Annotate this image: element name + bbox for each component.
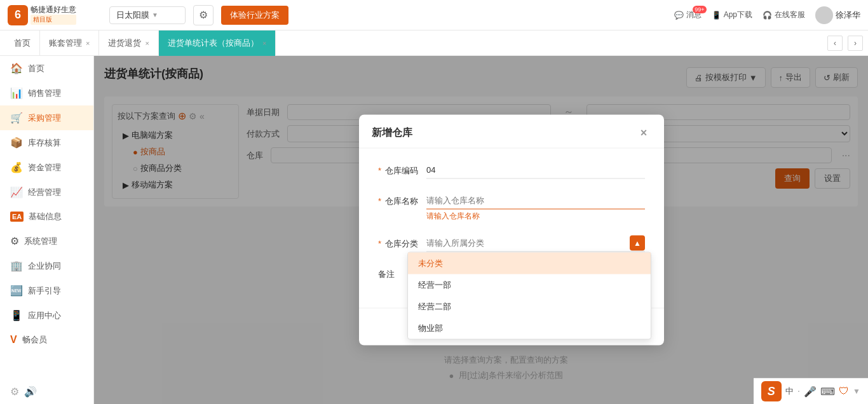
store-dropdown-arrow: ▼: [152, 11, 158, 18]
tab-home[interactable]: 首页: [5, 30, 40, 56]
sidebar-item-sales[interactable]: 📊 销售管理: [0, 81, 93, 105]
app-download-icon: 📱: [712, 11, 721, 20]
sidebar-item-inventory-label: 库存核算: [28, 137, 61, 149]
tab-bar-actions: ‹ ›: [827, 36, 863, 51]
finance-icon: 💰: [10, 161, 23, 173]
sidebar-item-purchase-label: 采购管理: [28, 112, 61, 124]
header-right: 💬 消息 99+ 📱 App下载 🎧 在线客服 徐泽华: [674, 6, 860, 24]
tab-purchase-return-close[interactable]: ×: [145, 39, 149, 47]
dropdown-arrow-icon[interactable]: ▼: [853, 387, 860, 396]
top-header: 6 畅捷通好生意 精目版 日太阳膜 ▼ ⚙ 体验行业方案 💬 消息 99+ 📱 …: [0, 0, 868, 30]
sidebar-bottom: ⚙ 🔊: [0, 379, 93, 404]
tab-next-btn[interactable]: ›: [848, 36, 863, 51]
online-service-item[interactable]: 🎧 在线客服: [763, 10, 805, 20]
sidebar-item-app-label: 应用中心: [28, 310, 61, 321]
tab-purchase-stats[interactable]: 进货单统计表（按商品） ×: [159, 30, 276, 56]
enterprise-icon: 🏢: [10, 260, 23, 272]
field-row-code: * 仓库编码: [378, 161, 645, 179]
online-service-label: 在线客服: [775, 10, 805, 20]
message-item[interactable]: 💬 消息 99+: [674, 10, 702, 20]
sidebar-item-purchase[interactable]: 🛒 采购管理: [0, 105, 93, 130]
member-icon: V: [10, 334, 17, 346]
sidebar: 🏠 首页 📊 销售管理 🛒 采购管理 📦 库存核算 💰 资金管理 📈 经营管理 …: [0, 56, 94, 404]
tab-accounts[interactable]: 账套管理 ×: [40, 30, 99, 56]
message-badge: 99+: [693, 6, 706, 13]
name-control: 请输入仓库名称: [426, 192, 645, 222]
operation-icon: 📈: [10, 186, 23, 198]
sidebar-item-member[interactable]: V 畅会员: [0, 328, 93, 352]
inventory-icon: 📦: [10, 137, 23, 149]
sidebar-item-guide[interactable]: 🆕 新手引导: [0, 278, 93, 303]
keyboard-icon[interactable]: ⌨: [820, 386, 835, 398]
category-input[interactable]: [426, 234, 645, 252]
sidebar-item-app[interactable]: 📱 应用中心: [0, 303, 93, 328]
app-icon: 📱: [10, 309, 23, 321]
tab-prev-btn[interactable]: ‹: [827, 36, 843, 51]
avatar: [815, 6, 833, 24]
message-icon: 💬: [674, 11, 684, 20]
basic-icon: EA: [10, 212, 24, 222]
store-name: 日太阳膜: [116, 10, 149, 21]
sidebar-item-operation-label: 经营管理: [28, 187, 61, 198]
modal-close-btn[interactable]: ×: [636, 125, 651, 140]
sidebar-item-enterprise[interactable]: 🏢 企业协同: [0, 253, 93, 278]
field-row-name: * 仓库名称 请输入仓库名称: [378, 192, 645, 222]
sales-icon: 📊: [10, 87, 23, 99]
modal-header: 新增仓库 ×: [359, 115, 664, 149]
sidebar-item-inventory[interactable]: 📦 库存核算: [0, 130, 93, 155]
tab-bar: 首页 账套管理 × 进货退货 × 进货单统计表（按商品） × ‹ ›: [0, 30, 868, 56]
lang-switch[interactable]: 中: [785, 386, 794, 397]
category-dropdown-arrow[interactable]: ▲: [630, 236, 645, 251]
category-control: ▲ 未分类 经营一部 经营二部 物业部: [426, 234, 645, 252]
sidebar-item-finance-label: 资金管理: [28, 162, 61, 173]
mic-icon[interactable]: 🎤: [804, 386, 817, 398]
trial-button[interactable]: 体验行业方案: [221, 6, 288, 25]
sidebar-item-basic-label: 基础信息: [29, 211, 62, 222]
name-input[interactable]: [426, 192, 645, 210]
dropdown-item-1[interactable]: 经营一部: [408, 274, 651, 296]
modal-title: 新增仓库: [372, 126, 412, 139]
field-row-category: * 仓库分类 ▲ 未分类 经营一部 经营二部 物业部: [378, 234, 645, 252]
sidebar-item-system[interactable]: ⚙ 系统管理: [0, 229, 93, 253]
audio-icon[interactable]: 🔊: [24, 386, 37, 398]
home-icon: 🏠: [10, 62, 23, 74]
dropdown-item-3[interactable]: 物业部: [408, 318, 651, 339]
s-logo: S: [761, 381, 782, 401]
category-dropdown-list: 未分类 经营一部 经营二部 物业部: [407, 252, 651, 340]
headphone-icon: 🎧: [763, 11, 772, 20]
tab-purchase-return-label: 进货退货: [108, 37, 141, 49]
purchase-icon: 🛒: [10, 112, 23, 124]
sidebar-item-finance[interactable]: 💰 资金管理: [0, 155, 93, 180]
sidebar-item-enterprise-label: 企业协同: [28, 260, 61, 272]
sidebar-item-basic[interactable]: EA 基础信息: [0, 205, 93, 229]
code-label: * 仓库编码: [378, 161, 419, 177]
tab-home-label: 首页: [14, 37, 31, 49]
app-download-label: App下载: [724, 10, 752, 20]
sidebar-item-member-label: 畅会员: [22, 334, 47, 346]
sidebar-item-home[interactable]: 🏠 首页: [0, 56, 93, 81]
logo-badge: 精目版: [31, 15, 76, 25]
sidebar-item-system-label: 系统管理: [24, 236, 57, 247]
tab-purchase-return[interactable]: 进货退货 ×: [99, 30, 158, 56]
tab-accounts-close[interactable]: ×: [86, 39, 90, 47]
content-area: 进货单统计(按商品) 🖨 按模板打印 ▼ ↑ 导出 ↺ 刷新: [94, 56, 868, 404]
dropdown-item-2[interactable]: 经营二部: [408, 296, 651, 318]
settings-bottom-icon[interactable]: ⚙: [10, 386, 19, 398]
sidebar-item-home-label: 首页: [28, 63, 44, 74]
name-error: 请输入仓库名称: [426, 211, 645, 222]
code-input[interactable]: [426, 161, 645, 179]
new-warehouse-modal: 新增仓库 × * 仓库编码 *: [359, 115, 664, 346]
dot-icon: ·: [797, 386, 800, 397]
store-selector[interactable]: 日太阳膜 ▼: [109, 6, 186, 24]
app-download-item[interactable]: 📱 App下载: [712, 10, 752, 20]
logo-icon: 6: [8, 5, 28, 25]
modal-body: * 仓库编码 * 仓库名称 请输入仓库名称: [359, 149, 664, 308]
guide-icon: 🆕: [10, 285, 23, 297]
user-area[interactable]: 徐泽华: [815, 6, 860, 24]
tab-purchase-stats-close[interactable]: ×: [262, 39, 266, 47]
sidebar-item-operation[interactable]: 📈 经营管理: [0, 180, 93, 205]
dropdown-item-0[interactable]: 未分类: [408, 253, 651, 274]
shield-icon[interactable]: 🛡: [839, 386, 849, 397]
code-control: [426, 161, 645, 179]
settings-icon-btn[interactable]: ⚙: [193, 5, 214, 25]
